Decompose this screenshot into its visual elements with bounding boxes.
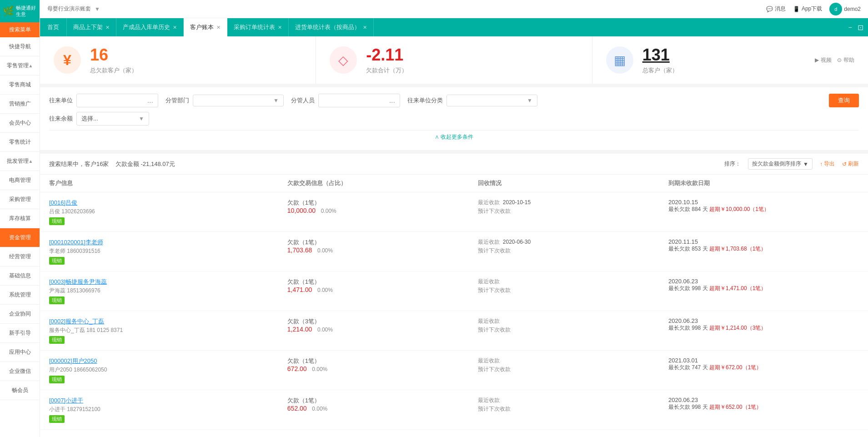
table-row: [0016]吕俊 吕俊 13026203696 现销 欠款（1笔） 10,000… bbox=[40, 192, 868, 232]
sidebar-item-basic-info[interactable]: 基础信息 bbox=[0, 266, 40, 286]
unit-type-label: 往来单位分类 bbox=[407, 96, 443, 105]
app-download-icon: 📱 bbox=[793, 6, 800, 12]
sidebar-item-retail-stats[interactable]: 零售统计 bbox=[0, 133, 40, 152]
debt-amount-5: 652.00 bbox=[287, 405, 307, 412]
recall-label-4: 最近收款 bbox=[478, 357, 500, 364]
tabs-minimize-button[interactable]: － bbox=[847, 23, 854, 32]
sidebar-item-retail-mall[interactable]: 零售商城 bbox=[0, 75, 40, 95]
stat-label-1: 欠款合计（万） bbox=[366, 66, 407, 75]
filter-collapse-button[interactable]: ∧ 收起更多条件 bbox=[49, 130, 859, 144]
sidebar-item-member-vip[interactable]: 畅会员 bbox=[0, 381, 40, 400]
sidebar-label-new-guide: 新手引导 bbox=[9, 330, 31, 336]
sidebar-item-inventory[interactable]: 库存核算 bbox=[0, 209, 40, 228]
results-text: 搜索结果中，客户16家 bbox=[49, 161, 109, 167]
recall-label-5: 最近收款 bbox=[478, 397, 500, 403]
recall-next-3: 预计下次收款 bbox=[478, 326, 668, 334]
sidebar-item-operations[interactable]: 经营管理 bbox=[0, 247, 40, 266]
customer-name-5[interactable]: [0007]小进干 bbox=[49, 397, 287, 405]
results-amount: 欠款金额 -21,148.07元 bbox=[115, 161, 175, 167]
overdue-amount-2[interactable]: 超期￥1,471.00（1笔） bbox=[709, 285, 766, 291]
overdue-days-0: 最长欠款 884 天 bbox=[668, 206, 709, 212]
sidebar-item-purchase-mgmt[interactable]: 采购管理 bbox=[0, 190, 40, 209]
sidebar-item-quick-nav[interactable]: 快捷导航 bbox=[0, 37, 40, 56]
overdue-amount-4[interactable]: 超期￥672.00（1笔） bbox=[709, 364, 762, 371]
tab-label-product-history: 产成品入库单历史 bbox=[123, 23, 170, 31]
refresh-button[interactable]: ↺ 刷新 bbox=[842, 160, 859, 168]
tab-home[interactable]: 首页 bbox=[40, 18, 67, 36]
sidebar-item-enterprise-wechat[interactable]: 企业微信 bbox=[0, 362, 40, 381]
recall-info-4: 最近收款 bbox=[478, 357, 668, 365]
balance-select[interactable]: 选择... ▼ bbox=[76, 112, 149, 126]
tab-product-shelf[interactable]: 商品上下架✕ bbox=[67, 18, 116, 36]
balance-value: 选择... bbox=[81, 115, 98, 123]
topbar: 母婴行业演示账套 ▼ 💬 消息 📱 App下载 d demo2 bbox=[40, 0, 868, 18]
overdue-days-3: 最长欠款 998 天 bbox=[668, 325, 709, 331]
export-button[interactable]: ↑ 导出 bbox=[820, 160, 835, 168]
query-button[interactable]: 查询 bbox=[829, 94, 859, 107]
customer-sub-4: 用户2050 18665062050 bbox=[49, 366, 287, 374]
customer-name-3[interactable]: [0002]服务中心_丁磊 bbox=[49, 317, 287, 326]
unit-type-select[interactable]: ▼ bbox=[447, 95, 537, 106]
overdue-amount-1[interactable]: 超期￥1,703.68（1笔） bbox=[709, 246, 766, 252]
user-profile[interactable]: d demo2 bbox=[829, 3, 861, 15]
tab-customer-account[interactable]: 客户账本✕ bbox=[184, 18, 227, 36]
tab-incoming-stats[interactable]: 进货单统计表（按商品）✕ bbox=[289, 18, 374, 36]
customer-sub-2: 尹海蕊 18513066976 bbox=[49, 287, 287, 295]
tab-close-purchase-order[interactable]: ✕ bbox=[278, 25, 282, 30]
sidebar-item-marketing[interactable]: 营销推广 bbox=[0, 95, 40, 114]
sidebar-item-enterprise-collab[interactable]: 企业协同 bbox=[0, 305, 40, 324]
sidebar-item-new-guide[interactable]: 新手引导 bbox=[0, 324, 40, 343]
results-actions: 排序： 按欠款金额倒序排序 ▼ ↑ 导出 ↺ 刷新 bbox=[724, 158, 859, 170]
sidebar-item-app-center[interactable]: 应用中心 bbox=[0, 343, 40, 362]
customer-name-1[interactable]: [0001020001]李老师 bbox=[49, 238, 287, 246]
view-label: 视频 bbox=[821, 56, 832, 64]
message-label: 消息 bbox=[775, 5, 786, 13]
sidebar-item-system-mgmt[interactable]: 系统管理 bbox=[0, 286, 40, 305]
tabs-maximize-button[interactable]: ⊡ bbox=[858, 23, 863, 32]
customer-name-4[interactable]: [000002]用户2050 bbox=[49, 357, 287, 365]
filter-balance: 往来余额 选择... ▼ bbox=[49, 112, 149, 126]
tab-close-customer-account[interactable]: ✕ bbox=[216, 25, 221, 30]
due-date-2: 2020.06.23 bbox=[668, 278, 859, 285]
search-menu-button[interactable]: 搜索菜单 bbox=[0, 22, 40, 37]
col-recall-status: 回收情况 bbox=[478, 179, 668, 187]
message-button[interactable]: 💬 消息 bbox=[766, 5, 786, 13]
tab-product-history[interactable]: 产成品入库单历史✕ bbox=[116, 18, 184, 36]
manager-input[interactable]: ... bbox=[318, 94, 400, 107]
table-header: 客户信息 欠款交易信息（占比） 回收情况 到期未收款日期 bbox=[40, 175, 868, 192]
view-video-button[interactable]: ▶ 视频 bbox=[815, 56, 832, 64]
due-date-1: 2020.11.15 bbox=[668, 238, 859, 245]
tab-close-product-shelf[interactable]: ✕ bbox=[105, 25, 110, 30]
cell-debt-2: 欠款（1笔） 1,471.00 0.00% bbox=[287, 278, 478, 304]
customer-name-0[interactable]: [0016]吕俊 bbox=[49, 199, 287, 207]
overdue-amount-5[interactable]: 超期￥652.00（1笔） bbox=[709, 404, 762, 410]
app-download-button[interactable]: 📱 App下载 bbox=[793, 5, 822, 13]
cell-due-4: 2021.03.01 最长欠款 747 天 超期￥672.00（1笔） bbox=[668, 357, 859, 383]
overdue-amount-3[interactable]: 超期￥1,214.00（3笔） bbox=[709, 325, 766, 331]
sidebar-item-member-center[interactable]: 会员中心 bbox=[0, 114, 40, 133]
customer-name-2[interactable]: [0003]畅捷服务尹海蕊 bbox=[49, 278, 287, 286]
recall-label-3: 最近收款 bbox=[478, 318, 500, 324]
sidebar-item-ecommerce[interactable]: 电商管理 bbox=[0, 171, 40, 190]
company-dropdown-icon[interactable]: ▼ bbox=[95, 6, 100, 12]
tab-close-incoming-stats[interactable]: ✕ bbox=[363, 25, 367, 30]
tab-label-customer-account: 客户账本 bbox=[190, 23, 214, 31]
filter-manager: 分管人员 ... bbox=[291, 94, 400, 107]
sidebar-item-retail-mgmt[interactable]: 零售管理 ▲ bbox=[0, 56, 40, 75]
refresh-icon: ↺ bbox=[842, 161, 847, 167]
source-unit-input[interactable]: ... bbox=[76, 94, 158, 107]
dept-select[interactable]: ▼ bbox=[193, 95, 284, 106]
sort-select[interactable]: 按欠款金额倒序排序 ▼ bbox=[748, 158, 813, 170]
stat-card-2: ▦ 131 总客户（家） ▶ 视频 ⊙ 帮助 bbox=[592, 36, 868, 84]
customer-tag-0: 现销 bbox=[49, 217, 65, 225]
stat-value-0: 16 bbox=[90, 45, 137, 65]
sidebar-item-finance[interactable]: 资金管理 bbox=[0, 228, 40, 247]
customer-tag-3: 现销 bbox=[49, 336, 65, 344]
overdue-amount-0[interactable]: 超期￥10,000.00（1笔） bbox=[709, 206, 769, 212]
sidebar-label-purchase-mgmt: 采购管理 bbox=[9, 196, 31, 202]
customer-sub-1: 李老师 18600391516 bbox=[49, 247, 287, 255]
help-button[interactable]: ⊙ 帮助 bbox=[837, 56, 854, 64]
tab-purchase-order[interactable]: 采购订单统计表✕ bbox=[227, 18, 289, 36]
tab-close-product-history[interactable]: ✕ bbox=[173, 25, 177, 30]
sidebar-item-batch-mgmt[interactable]: 批发管理 ▲ bbox=[0, 152, 40, 171]
